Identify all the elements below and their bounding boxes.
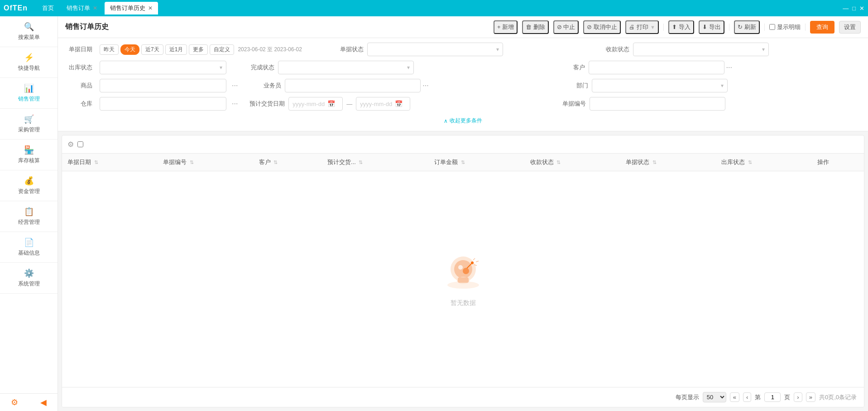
goods-dots-btn[interactable]: ···: [232, 82, 238, 90]
sort-docstatus-icon[interactable]: ⇅: [652, 160, 657, 165]
sidebar-item-operations[interactable]: 📋 经营管理: [0, 201, 58, 232]
import-btn[interactable]: ⬆ 导入: [668, 20, 694, 34]
goods-input[interactable]: [100, 79, 226, 92]
maximize-btn[interactable]: □: [852, 5, 856, 12]
page-header: 销售订单历史 + 新增 🗑 删除 ⊘ 中止 ⊘ 取消中止 🖨 🖨 打印 打印 ▼…: [58, 16, 868, 38]
sort-customer-icon[interactable]: ⇅: [273, 160, 278, 165]
sort-payment-icon[interactable]: ⇅: [556, 160, 561, 165]
sidebar-item-sales[interactable]: 📊 销售管理: [0, 78, 58, 109]
customer-label: 客户: [558, 63, 585, 72]
top-bar: OfTEn 首页 销售订单 ✕ 销售订单历史 ✕ — □ ✕: [0, 0, 868, 16]
svg-point-2: [454, 260, 472, 278]
date-btn-1month[interactable]: 近1月: [165, 44, 187, 55]
prev-page-btn[interactable]: ‹: [743, 392, 751, 402]
export-btn[interactable]: ⬇ 导出: [699, 20, 724, 34]
filter-row-1: 单据日期 昨天 今天 近7天 近1月 更多 自定义 2023-06-02 至 2…: [65, 43, 861, 56]
collapse-btn[interactable]: ∧ 收起更多条件: [65, 115, 861, 126]
sidebar-item-operations-label: 经营管理: [18, 218, 40, 226]
table-toolbar: ⚙: [62, 135, 864, 154]
sort-delivery-icon[interactable]: ⇅: [359, 160, 363, 165]
last-page-btn[interactable]: »: [806, 392, 815, 402]
date-btn-yesterday[interactable]: 昨天: [100, 44, 119, 55]
toolbar-divider-1: [663, 24, 664, 31]
page-size-select[interactable]: 50 10 20 100: [703, 392, 726, 402]
svg-point-3: [458, 265, 463, 270]
svg-line-7: [473, 258, 475, 260]
table-settings-icon[interactable]: ⚙: [67, 140, 74, 149]
sidebar-item-quicknav[interactable]: ⚡ 快捷导航: [0, 47, 58, 78]
outbound-select[interactable]: ▾: [100, 61, 226, 74]
complete-chevron-icon: ▾: [407, 64, 410, 71]
sort-number-icon[interactable]: ⇅: [190, 160, 194, 165]
salesman-dots-btn[interactable]: ···: [422, 82, 428, 90]
order-no-input[interactable]: [590, 97, 725, 111]
table-header-row: 单据日期 ⇅ 单据编号 ⇅ 客户 ⇅ 预计交货... ⇅ 订单金额 ⇅: [62, 154, 864, 171]
warehouse-dots-btn[interactable]: ···: [232, 100, 238, 108]
content-area: 销售订单历史 + 新增 🗑 删除 ⊘ 中止 ⊘ 取消中止 🖨 🖨 打印 打印 ▼…: [58, 16, 868, 411]
new-btn[interactable]: + 新增: [494, 20, 518, 34]
sort-outbound-icon[interactable]: ⇅: [748, 160, 752, 165]
tab-home[interactable]: 首页: [37, 2, 59, 15]
delivery-start-text: yyyy-mm-dd: [293, 101, 325, 107]
date-label: 单据日期: [65, 45, 92, 53]
next-page-btn[interactable]: ›: [794, 392, 802, 402]
date-btn-more[interactable]: 更多: [189, 44, 208, 55]
page-label-pre: 第: [755, 393, 761, 401]
delivery-end-text: yyyy-mm-dd: [360, 101, 392, 107]
inventory-icon: 🏪: [24, 145, 34, 155]
cancel-stop-btn[interactable]: ⊘ 取消中止: [583, 20, 621, 34]
dept-select[interactable]: ▾: [592, 79, 728, 92]
query-btn[interactable]: 查询: [810, 21, 834, 34]
date-btn-custom[interactable]: 自定义: [210, 44, 234, 55]
settings-btn[interactable]: 设置: [839, 21, 861, 34]
status-select[interactable]: ▾: [367, 43, 503, 56]
page-number-input[interactable]: [764, 392, 781, 402]
toolbar: + 新增 🗑 删除 ⊘ 中止 ⊘ 取消中止 🖨 🖨 打印 打印 ▼ ⬆ 导入 ⬇…: [494, 20, 861, 34]
quicknav-icon: ⚡: [24, 53, 34, 63]
tab-sales-history[interactable]: 销售订单历史 ✕: [105, 2, 158, 15]
first-page-btn[interactable]: «: [730, 392, 739, 402]
date-btn-today[interactable]: 今天: [120, 44, 139, 55]
sidebar-item-system[interactable]: ⚙️ 系统管理: [0, 263, 58, 294]
complete-select[interactable]: ▾: [278, 61, 414, 74]
col-date: 单据日期 ⇅: [62, 154, 158, 171]
customer-dots-btn[interactable]: ···: [726, 63, 732, 72]
sidebar-item-inventory[interactable]: 🏪 库存核算: [0, 140, 58, 170]
table-area: ⚙ 单据日期 ⇅ 单据编号 ⇅ 客户 ⇅: [62, 135, 864, 407]
refresh-btn[interactable]: ↻ 刷新: [734, 20, 760, 34]
page-total: 共0页,0条记录: [819, 393, 857, 401]
toolbar-divider-3: [764, 24, 765, 31]
sidebar-item-finance[interactable]: 💰 资金管理: [0, 170, 58, 201]
select-all-checkbox[interactable]: [77, 141, 83, 147]
salesman-input[interactable]: [285, 79, 421, 92]
sidebar-item-basic[interactable]: 📄 基础信息: [0, 232, 58, 263]
sidebar-item-purchase[interactable]: 🛒 采购管理: [0, 109, 58, 140]
minimize-btn[interactable]: —: [843, 5, 849, 12]
stop-btn[interactable]: ⊘ 中止: [553, 20, 579, 34]
warehouse-input[interactable]: [100, 97, 226, 111]
payment-select[interactable]: ▾: [633, 43, 769, 56]
customer-input[interactable]: [589, 61, 724, 74]
main-layout: 🔍 搜索菜单 ⚡ 快捷导航 📊 销售管理 🛒 采购管理 🏪 库存核算 💰 资金管…: [0, 16, 868, 411]
sidebar-item-search[interactable]: 🔍 搜索菜单: [0, 16, 58, 47]
tab-sales-order-close[interactable]: ✕: [93, 5, 97, 11]
sort-amount-icon[interactable]: ⇅: [461, 160, 465, 165]
date-btn-7days[interactable]: 近7天: [141, 44, 163, 55]
sort-date-icon[interactable]: ⇅: [94, 160, 98, 165]
close-btn-window[interactable]: ✕: [859, 5, 864, 12]
refresh-icon: ↻: [738, 24, 743, 30]
delivery-start-input[interactable]: yyyy-mm-dd 📅: [288, 97, 343, 111]
tab-sales-order[interactable]: 销售订单 ✕: [61, 2, 103, 15]
purchase-icon: 🛒: [24, 114, 34, 124]
display-detail-checkbox[interactable]: [769, 24, 775, 30]
print-btn[interactable]: 🖨 🖨 打印 打印 ▼: [625, 20, 659, 34]
sidebar-settings-btn[interactable]: ⚙: [11, 397, 18, 407]
sidebar-collapse-btn[interactable]: ◀: [40, 397, 47, 407]
display-detail-toggle[interactable]: 显示明细: [769, 23, 801, 31]
delete-btn[interactable]: 🗑 删除: [522, 20, 549, 34]
empty-state: 暂无数据: [62, 171, 864, 387]
delivery-end-input[interactable]: yyyy-mm-dd 📅: [356, 97, 410, 111]
sidebar-item-basic-label: 基础信息: [18, 249, 40, 257]
svg-rect-11: [458, 277, 469, 283]
tab-sales-history-close[interactable]: ✕: [148, 5, 153, 11]
